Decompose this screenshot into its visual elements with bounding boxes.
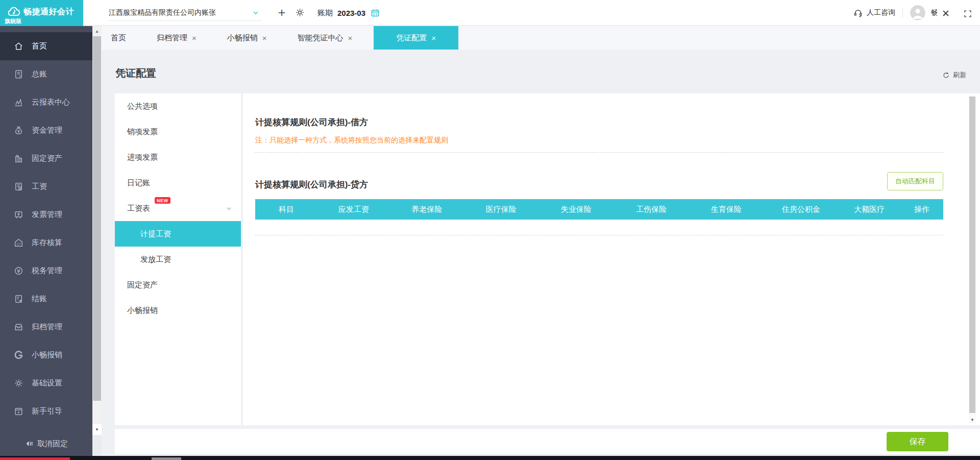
taskbar-gray-segment [152,457,181,460]
tab-close-icon[interactable]: × [262,34,267,42]
table-col-7: 住房公积金 [764,205,838,214]
sidebar-item-closing[interactable]: 结账 [0,285,92,313]
tab-2[interactable]: 小畅报销× [218,26,276,50]
company-selector[interactable]: 江西服宝精品有限责任公司内账张 [109,0,216,26]
table-col-8: 大额医疗 [838,205,900,214]
subnav-item-label: 日记账 [127,178,150,188]
section2-header-row: 计提核算规则(公司承担)-贷方 自动匹配科目 [255,172,943,190]
subnav-item-label: 销项发票 [127,127,158,137]
subnav-item-7[interactable]: 固定资产 [115,272,241,298]
fixed-assets-icon [13,153,24,164]
section1-title: 计提核算规则(公司承担)-借方 [255,116,943,128]
sidebar-scrollbar-thumb[interactable] [93,36,101,401]
sidebar-item-settings[interactable]: 基础设置 [0,369,92,397]
scroll-down-arrow-icon[interactable]: ▼ [969,418,976,422]
sidebar-item-label: 小畅报销 [32,350,62,360]
home-icon [13,41,24,52]
table-header: 科目应发工资养老保险医疗保险失业保险工伤保险生育保险住房公积金大额医疗操作 [255,199,943,220]
sidebar-item-fixed-assets[interactable]: 固定资产 [0,144,92,173]
chevron-down-icon[interactable] [225,205,233,212]
dashed-divider [255,152,943,153]
tab-1[interactable]: 归档管理× [148,26,206,50]
fullscreen-button[interactable] [958,4,978,23]
content-scrollbar-thumb[interactable] [969,96,975,413]
section1-note: 注：只能选择一种方式，系统将按照您当前的选择来配置规则 [255,136,943,145]
subnav-item-8[interactable]: 小畅报销 [115,298,241,323]
calendar-icon[interactable] [370,8,380,18]
sidebar-item-label: 固定资产 [32,154,62,163]
sidebar: 首页总账云报表中心资金管理固定资产工资发票管理库存核算税务管理结账归档管理小畅报… [0,26,92,456]
sidebar-item-funds[interactable]: 资金管理 [0,116,92,144]
sidebar-item-inventory[interactable]: 库存核算 [0,229,92,257]
table-col-6: 生育保险 [689,205,764,214]
unpin-sidebar-button[interactable]: 取消固定 [0,434,92,453]
sidebar-item-tax[interactable]: 税务管理 [0,257,92,285]
unpin-icon [24,439,34,448]
chevron-down-icon[interactable] [252,9,260,17]
subnav-item-0[interactable]: 公共选项 [115,93,241,119]
tab-4[interactable]: 凭证配置× [374,26,458,50]
add-account-button[interactable]: ＋ [276,5,288,20]
sidebar-item-payroll[interactable]: 工资 [0,173,92,201]
gear-icon[interactable] [295,7,305,18]
subnav-item-2[interactable]: 进项发票 [115,144,241,170]
subnav-item-3[interactable]: 日记账 [115,170,241,196]
period-label: 账期 [317,8,333,18]
save-button[interactable]: 保存 [887,432,948,451]
tab-close-icon[interactable]: × [431,34,436,42]
sidebar-item-label: 基础设置 [32,378,62,388]
sidebar-item-label: 库存核算 [32,238,62,248]
subnav-item-label: 发放工资 [140,255,171,264]
sidebar-item-guide[interactable]: 新手引导 [0,397,92,425]
subnav-item-label: 工资表 [127,204,150,213]
footer-bar: 保存 [115,429,980,454]
tab-close-icon[interactable]: × [192,34,197,42]
company-underline [108,20,261,21]
sidebar-item-home[interactable]: 首页 [0,32,92,60]
content-scrollbar[interactable]: ▼ [969,94,976,423]
refresh-icon [942,71,950,79]
sidebar-item-reimburse[interactable]: 小畅报销 [0,341,92,369]
sidebar-item-archive[interactable]: 归档管理 [0,313,92,341]
refresh-label: 刷新 [953,70,966,80]
subnav-item-1[interactable]: 销项发票 [115,119,241,144]
table-col-4: 失业保险 [538,205,614,214]
table-col-5: 工伤保险 [614,205,689,214]
sidebar-item-label: 首页 [32,41,47,51]
divider [902,8,903,17]
sidebar-item-ledger[interactable]: 总账 [0,60,92,88]
table-col-0: 科目 [255,205,317,214]
subnav-item-6[interactable]: 发放工资 [115,247,241,272]
tab-close-icon[interactable]: × [348,34,353,42]
dotted-divider [255,235,943,235]
sidebar-item-label: 新手引导 [32,406,62,416]
tab-3[interactable]: 智能凭证中心× [288,26,362,50]
sidebar-item-invoice[interactable]: 发票管理 [0,201,92,229]
section2-title: 计提核算规则(公司承担)-贷方 [255,179,368,190]
auto-match-button[interactable]: 自动匹配科目 [887,172,943,190]
subnav-item-4[interactable]: 工资表NEW [115,196,241,221]
cloud-report-icon [13,97,24,108]
sidebar-item-label: 云报表中心 [32,98,70,107]
brand-title: 畅捷通好会计 [23,7,74,17]
subnav-item-5[interactable]: 计提工资 [115,221,241,247]
settings-icon [13,378,24,389]
scroll-down-arrow-icon[interactable]: ▼ [92,424,102,435]
sidebar-item-cloud-report[interactable]: 云报表中心 [0,88,92,116]
scroll-up-arrow-icon[interactable]: ▲ [92,26,102,36]
close-all-tabs-button[interactable]: ✕ [937,4,954,23]
avatar[interactable] [910,5,925,20]
brand-logo: 畅捷通好会计 旗舰版 [0,0,83,26]
sidebar-item-label: 税务管理 [32,266,62,276]
sidebar-scrollbar[interactable]: ▲ ▼ [92,26,102,435]
sidebar-scrollbar-track-ext [92,435,102,456]
support-button[interactable]: 人工咨询 [853,8,895,18]
subnav-item-label: 公共选项 [127,102,158,111]
new-badge: NEW [155,197,170,204]
sidebar-item-label: 总账 [32,69,47,79]
tab-0[interactable]: 首页 [102,26,135,50]
payroll-icon [13,181,24,192]
taskbar-red-segment [0,457,70,460]
refresh-button[interactable]: 刷新 [942,70,966,80]
ledger-icon [13,69,24,80]
